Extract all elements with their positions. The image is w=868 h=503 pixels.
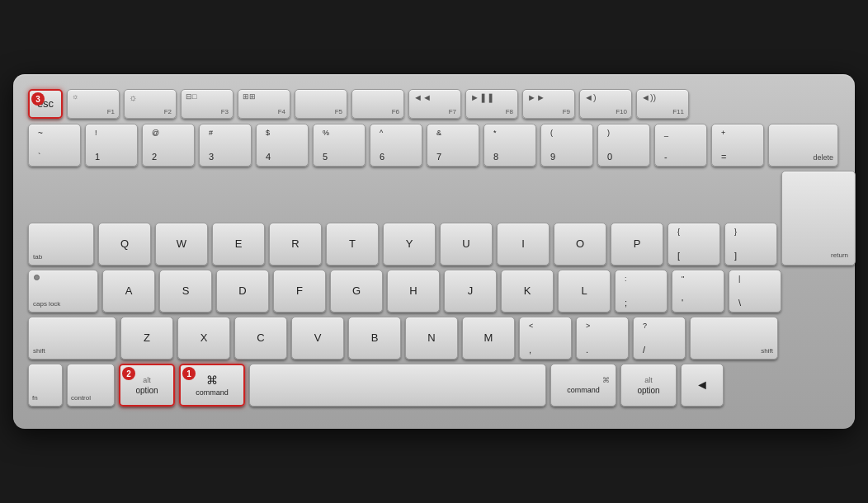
key-k[interactable]: K [501, 270, 554, 313]
key-s[interactable]: S [159, 270, 212, 313]
key-f1[interactable]: ☼ F1 [67, 89, 120, 119]
key-minus[interactable]: _ - [654, 124, 707, 167]
key-i[interactable]: I [497, 223, 550, 266]
keyboard: 3 esc ☼ F1 ☼ F2 ⊟□ F3 ⊞⊞ F4 [13, 74, 855, 429]
key-option-left[interactable]: 2 alt option [119, 364, 175, 407]
key-control[interactable]: control [67, 364, 115, 407]
key-2[interactable]: @ 2 [142, 124, 195, 167]
key-shift-right[interactable]: shift [690, 317, 778, 360]
key-v[interactable]: V [291, 317, 344, 360]
key-f5[interactable]: F5 [295, 89, 347, 119]
key-f[interactable]: F [273, 270, 326, 313]
key-1[interactable]: ! 1 [85, 124, 138, 167]
key-f2[interactable]: ☼ F2 [124, 89, 177, 119]
key-command-left[interactable]: 1 ⌘ command [179, 364, 245, 407]
key-f7[interactable]: ◄◄ F7 [408, 89, 461, 119]
key-a[interactable]: A [102, 270, 155, 313]
key-f4[interactable]: ⊞⊞ F4 [238, 89, 290, 119]
key-q[interactable]: Q [98, 223, 151, 266]
key-tilde[interactable]: ~ ` [28, 124, 81, 167]
key-5[interactable]: % 5 [313, 124, 366, 167]
key-o[interactable]: O [554, 223, 606, 266]
key-bracket-right[interactable]: } ] [724, 223, 777, 266]
key-quote[interactable]: " ' [672, 270, 724, 313]
number-row: ~ ` ! 1 @ 2 # 3 $ 4 [28, 124, 840, 167]
key-d[interactable]: D [216, 270, 269, 313]
qwerty-row: tab Q W E R T Y U I O P { [ } ] return [28, 171, 840, 266]
key-backslash[interactable]: | \ [729, 270, 781, 313]
key-6[interactable]: ^ 6 [370, 124, 422, 167]
key-w[interactable]: W [155, 223, 208, 266]
key-0[interactable]: ) 0 [597, 124, 650, 167]
key-semicolon[interactable]: : ; [615, 270, 668, 313]
key-4[interactable]: $ 4 [256, 124, 309, 167]
key-arrow-left[interactable]: ◄ [681, 364, 724, 407]
asdf-row: caps lock A S D F G H J K L : ; " ' | \ [28, 270, 840, 313]
key-9[interactable]: ( 9 [540, 124, 593, 167]
function-row: 3 esc ☼ F1 ☼ F2 ⊟□ F3 ⊞⊞ F4 [28, 89, 840, 119]
key-g[interactable]: G [330, 270, 383, 313]
key-f3[interactable]: ⊟□ F3 [181, 89, 234, 119]
key-esc[interactable]: 3 esc [28, 89, 63, 119]
key-y[interactable]: Y [383, 223, 436, 266]
key-command-right[interactable]: ⌘ command [550, 364, 616, 407]
key-period[interactable]: > . [576, 317, 629, 360]
bottom-row: fn control 2 alt option 1 ⌘ command ⌘ co… [28, 364, 840, 407]
key-fn[interactable]: fn [28, 364, 63, 407]
key-caps-lock[interactable]: caps lock [28, 270, 98, 313]
key-space[interactable] [249, 364, 546, 407]
key-p[interactable]: P [611, 223, 663, 266]
key-f9[interactable]: ►► F9 [522, 89, 575, 119]
key-e[interactable]: E [212, 223, 265, 266]
key-equals[interactable]: + = [711, 124, 764, 167]
key-t[interactable]: T [326, 223, 379, 266]
key-n[interactable]: N [405, 317, 458, 360]
key-3[interactable]: # 3 [199, 124, 252, 167]
key-m[interactable]: M [462, 317, 515, 360]
key-bracket-left[interactable]: { [ [668, 223, 720, 266]
key-h[interactable]: H [387, 270, 440, 313]
key-delete[interactable]: delete [768, 124, 838, 167]
key-f8[interactable]: ►❚❚ F8 [465, 89, 518, 119]
key-b[interactable]: B [348, 317, 401, 360]
key-u[interactable]: U [440, 223, 493, 266]
key-slash[interactable]: ? / [633, 317, 686, 360]
key-shift-left[interactable]: shift [28, 317, 116, 360]
key-f11[interactable]: ◄)) F11 [636, 89, 689, 119]
key-c[interactable]: C [234, 317, 287, 360]
key-j[interactable]: J [444, 270, 497, 313]
key-f6[interactable]: F6 [351, 89, 404, 119]
key-option-right[interactable]: alt option [620, 364, 677, 407]
key-r[interactable]: R [269, 223, 322, 266]
key-z[interactable]: Z [120, 317, 173, 360]
key-7[interactable]: & 7 [427, 124, 479, 167]
key-comma[interactable]: < , [519, 317, 572, 360]
key-8[interactable]: * 8 [484, 124, 536, 167]
key-tab[interactable]: tab [28, 223, 94, 266]
zxcv-row: shift Z X C V B N M < , > . ? / shif [28, 317, 840, 360]
key-f10[interactable]: ◄) F10 [579, 89, 632, 119]
key-l[interactable]: L [558, 270, 611, 313]
key-return[interactable]: return [781, 171, 856, 266]
key-x[interactable]: X [177, 317, 230, 360]
